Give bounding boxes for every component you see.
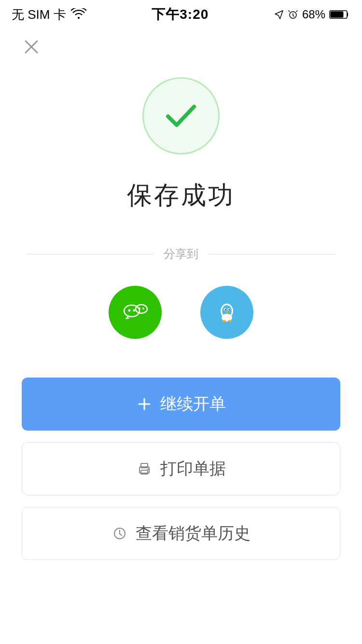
divider-line-left (27, 254, 154, 254)
svg-point-20 (228, 320, 232, 322)
history-button[interactable]: 查看销货单历史 (22, 507, 340, 560)
share-divider: 分享到 (27, 246, 335, 262)
printer-icon (136, 461, 153, 477)
svg-point-16 (229, 309, 230, 310)
battery-percent: 68% (302, 8, 325, 21)
clock-icon (111, 525, 128, 542)
qq-icon (211, 296, 243, 328)
status-right: 68% (274, 8, 350, 21)
status-time: 下午3:20 (152, 5, 209, 24)
action-buttons: 继续开单 打印单据 查看销货单历史 (22, 378, 340, 560)
svg-point-7 (128, 309, 131, 312)
svg-point-15 (225, 309, 226, 310)
svg-point-9 (139, 308, 140, 309)
print-button[interactable]: 打印单据 (22, 442, 340, 495)
svg-point-8 (133, 309, 136, 312)
success-title: 保存成功 (127, 179, 235, 212)
qq-share-button[interactable] (200, 286, 253, 339)
svg-point-19 (222, 320, 226, 322)
svg-point-10 (142, 308, 144, 309)
battery-icon (329, 9, 350, 20)
close-button[interactable] (19, 35, 43, 59)
status-bar: 无 SIM 卡 下午3:20 68% (0, 0, 362, 29)
share-icons (109, 286, 253, 339)
wechat-share-button[interactable] (109, 286, 162, 339)
success-icon (142, 77, 220, 154)
svg-rect-2 (330, 12, 343, 18)
wifi-icon (71, 7, 86, 22)
main-content: 保存成功 分享到 (0, 29, 362, 560)
plus-icon (136, 396, 153, 412)
svg-point-5 (124, 305, 139, 317)
no-sim-label: 无 SIM 卡 (12, 6, 66, 23)
svg-point-26 (148, 469, 149, 470)
history-label: 查看销货单历史 (136, 522, 251, 545)
continue-button[interactable]: 继续开单 (22, 378, 340, 431)
wechat-icon (119, 296, 151, 328)
share-label: 分享到 (164, 246, 198, 262)
svg-point-6 (136, 305, 147, 313)
divider-line-right (208, 254, 335, 254)
continue-label: 继续开单 (160, 393, 226, 415)
location-icon (274, 10, 284, 19)
svg-point-17 (225, 311, 228, 313)
alarm-icon (288, 9, 298, 20)
print-label: 打印单据 (160, 458, 226, 480)
status-left: 无 SIM 卡 (12, 6, 86, 23)
